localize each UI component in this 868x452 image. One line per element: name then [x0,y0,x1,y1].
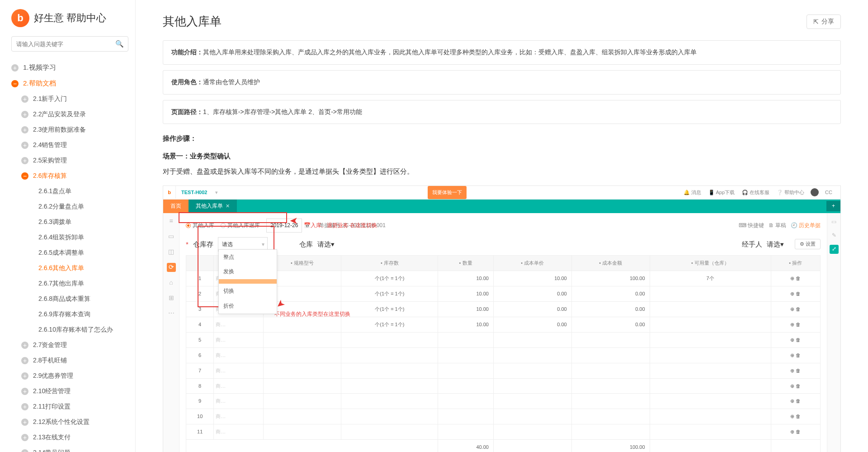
table-row[interactable]: 8商…⊕ 🗑 [186,378,821,394]
nav-item[interactable]: +2.8手机旺铺 [11,353,128,368]
nav-item[interactable]: 2.6.9库存账本查询 [11,307,128,322]
share-icon: ⇱ [813,18,819,25]
tab-add[interactable]: + [826,201,840,211]
table-row[interactable]: 5商…⊕ 🗑 [186,332,821,347]
app-link[interactable]: 📱App下载 [708,188,735,197]
bar-icon[interactable]: ≡ [167,217,176,226]
dropdown-option[interactable]: 整点 [219,250,277,265]
row-actions[interactable]: ⊕ 🗑 [771,424,820,440]
search-icon[interactable]: 🔍 [115,40,124,48]
left-iconbar: ≡ ▭ ◫ ⟳ ⌂ ⊞ ⋯ [163,213,179,452]
nav-item[interactable]: +2.10经营管理 [11,384,128,399]
table-row[interactable]: 1商…个(1个 = 1个)10.0010.00100.007个⊕ 🗑 [186,271,821,286]
nav-item[interactable]: +2.9优惠券管理 [11,368,128,384]
bar-icon[interactable]: ▭ [167,232,176,241]
logo-icon: b [11,9,29,27]
data-grid: • 商品• 规格型号• 库存数• 数量• 成本单价• 成本金额• 可用量（仓库）… [186,255,821,452]
nav-item[interactable]: +2.4销售管理 [11,138,128,153]
store-label: 仓库 [299,238,313,251]
nav-item[interactable]: +2.13在线支付 [11,430,128,445]
dropdown-option[interactable] [219,279,277,284]
msg-link[interactable]: 🔔消息 [684,188,701,197]
plus-icon: + [21,403,28,410]
nav-item[interactable]: 2.6.3调拨单 [11,214,128,230]
table-row[interactable]: 6商…⊕ 🗑 [186,347,821,363]
chevron-down-icon: ▾ [262,239,264,250]
tab-home[interactable]: 首页 [163,200,189,213]
close-icon[interactable]: ✕ [226,201,230,211]
table-row[interactable]: 10商…⊕ 🗑 [186,409,821,424]
user-name[interactable]: CC [825,188,832,197]
row-actions[interactable]: ⊕ 🗑 [771,347,820,363]
nav-item[interactable]: +2.14常见问题 [11,445,128,452]
bar-icon[interactable]: ⌂ [167,278,176,287]
nav-item[interactable]: +2.2产品安装及登录 [11,107,128,122]
history-link[interactable]: 🕘历史单据 [791,220,821,231]
trial-button[interactable]: 我要体验一下 [428,186,467,199]
total-row: 40.00100.00 [186,440,821,452]
cs-link[interactable]: 🎧在线客服 [742,188,769,197]
nav-item[interactable]: +2.7资金管理 [11,338,128,353]
nav-item-label: 2.帮助文档 [23,79,56,88]
radio-return[interactable]: 其他入库退库 [221,220,260,231]
shot-body: ≡ ▭ ◫ ⟳ ⌂ ⊞ ⋯ ➤ 入库、退货业务 在这里切换 ➤ [163,213,840,452]
nav-item[interactable]: +2.11打印设置 [11,399,128,414]
handler-select[interactable]: 请选▾ [767,238,784,251]
nav-item[interactable]: 2.6.1盘点单 [11,184,128,199]
row-actions[interactable]: ⊕ 🗑 [771,332,820,347]
nav-item[interactable]: −2.6库存核算 [11,168,128,184]
store-select[interactable]: 请选▾ [317,238,335,251]
help-link[interactable]: ❔帮助中心 [777,188,804,197]
bar-icon[interactable]: ◫ [167,247,176,257]
nav-item[interactable]: +2.12系统个性化设置 [11,414,128,430]
table-row[interactable]: 11商…⊕ 🗑 [186,424,821,440]
nav-item[interactable]: +2.1新手入门 [11,91,128,107]
nav-item[interactable]: 2.6.8商品成本重算 [11,291,128,307]
dropdown-option[interactable]: 切换 [219,284,277,299]
nav-item[interactable]: 2.6.10库存账本错了怎么办 [11,322,128,338]
row-actions[interactable]: ⊕ 🗑 [771,378,820,394]
row-actions[interactable]: ⊕ 🗑 [771,302,820,317]
radio-in[interactable]: 其他入库 [186,220,214,231]
scene1-text: 对于受赠、盘盈或是拆装入库等不同的业务，是通过单据头【业务类型】进行区分。 [163,165,841,178]
dropdown-option[interactable]: 折价 [219,299,277,314]
nav-item-label: 2.5采购管理 [33,157,67,165]
role-text: 通常由仓管人员维护 [203,78,260,86]
steps-heading: 操作步骤： [163,132,841,145]
row-actions[interactable]: ⊕ 🗑 [771,286,820,302]
quickkey-link[interactable]: ⌨快捷键 [739,220,764,231]
draft-link[interactable]: 🗎草稿 [769,220,786,231]
row-actions[interactable]: ⊕ 🗑 [771,363,820,378]
nav-item[interactable]: 2.6.6其他入库单 [11,261,128,276]
row-actions[interactable]: ⊕ 🗑 [771,317,820,332]
nav-item[interactable]: 2.6.2分量盘点单 [11,199,128,214]
bar-icon[interactable]: ⋯ [167,309,176,318]
row-actions[interactable]: ⊕ 🗑 [771,409,820,424]
path-label: 页面路径： [171,108,203,115]
bar-icon[interactable]: ⊞ [167,294,176,303]
nav-item[interactable]: −2.帮助文档 [11,76,128,91]
table-row[interactable]: 9商…⊕ 🗑 [186,394,821,409]
search-input[interactable] [11,36,128,52]
side-icon[interactable]: ✎ [830,231,839,240]
type-select[interactable]: 请选▾ 整点发换切换折价 [218,237,268,252]
nav-item[interactable]: 2.6.5成本调整单 [11,245,128,261]
column-header: • 操作 [771,256,820,271]
nav-item[interactable]: +1.视频学习 [11,60,128,76]
setting-button[interactable]: ⚙ 设置 [795,239,821,249]
bar-icon[interactable]: ⟳ [167,263,176,272]
nav-item[interactable]: 2.6.4组装拆卸单 [11,230,128,245]
nav-item[interactable]: +2.3使用前数据准备 [11,122,128,138]
table-row[interactable]: 7商…⊕ 🗑 [186,363,821,378]
calendar-icon[interactable]: 📅 [304,220,311,231]
tab-active[interactable]: 其他入库单✕ [189,200,237,213]
side-icon[interactable]: ▭ [830,218,839,227]
dropdown-option[interactable]: 发换 [219,264,277,279]
row-actions[interactable]: ⊕ 🗑 [771,394,820,409]
share-button[interactable]: ⇱ 分享 [807,14,841,29]
row-actions[interactable]: ⊕ 🗑 [771,271,820,286]
nav-item[interactable]: +2.5采购管理 [11,153,128,168]
nav-item[interactable]: 2.6.7其他出库单 [11,276,128,291]
side-icon[interactable]: ⤢ [830,245,839,254]
avatar-icon[interactable] [811,188,819,196]
